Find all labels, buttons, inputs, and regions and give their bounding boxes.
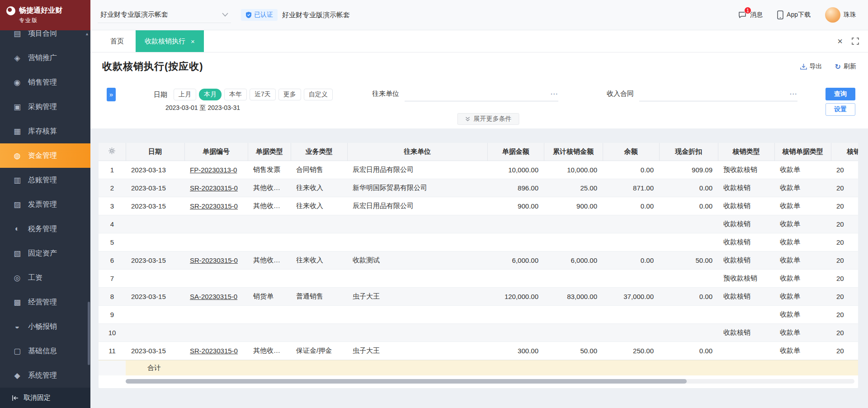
table-row[interactable]: 10收款核销收款单20: [99, 323, 858, 342]
doc-number-link[interactable]: SR-20230315-0: [190, 184, 238, 192]
sidebar-item-marketing[interactable]: ◈营销推广: [0, 46, 90, 70]
sidebar-item-purchase[interactable]: ▣采购管理: [0, 95, 90, 119]
sidebar-scrollbar[interactable]: [88, 302, 90, 365]
export-button[interactable]: 导出: [800, 62, 822, 71]
column-header[interactable]: 日期: [126, 143, 184, 161]
sidebar-item-label: 库存核算: [28, 127, 57, 136]
horizontal-scrollbar[interactable]: [126, 379, 854, 384]
column-header[interactable]: 核销类型: [718, 143, 774, 161]
sidebar-item-invoice[interactable]: ▨发票管理: [0, 192, 90, 217]
doc-number-link[interactable]: SA-20230315-0: [190, 293, 237, 300]
column-header[interactable]: 单据编号: [184, 143, 248, 161]
cell-date: 2023-03-15: [126, 342, 184, 360]
scrollbar-thumb[interactable]: [126, 379, 687, 384]
cell-cash_discount: 0.00: [659, 342, 718, 360]
quick-option[interactable]: 自定义: [304, 89, 333, 100]
income-contract-picker-icon[interactable]: ···: [790, 90, 797, 98]
quick-option[interactable]: 本年: [224, 89, 247, 100]
sidebar-item-fixed-assets[interactable]: ▧固定资产: [0, 241, 90, 266]
doc-number-link[interactable]: FP-20230313-0: [190, 166, 237, 174]
table-row[interactable]: 5收款核销收款单20: [99, 233, 858, 251]
column-header[interactable]: 业务类型: [291, 143, 347, 161]
brand-logo: 畅捷通好业财 专业版: [0, 0, 90, 30]
sidebar-item-label: 营销推广: [28, 53, 57, 63]
cell-doc_no: FP-20230313-0: [184, 161, 248, 179]
table-row[interactable]: 82023-03-15SA-20230315-0销货单普通销售虫子大王120,0…: [99, 287, 858, 305]
sidebar-item-ledger[interactable]: ▥总账管理: [0, 168, 90, 192]
account-select[interactable]: 好业财专业版演示帐套: [98, 7, 231, 23]
cell-writeoff_doc_no: 20: [831, 251, 858, 269]
cell-date: 2023-03-13: [126, 161, 184, 179]
messages-button[interactable]: 1 消息: [738, 10, 763, 19]
table-row[interactable]: 62023-03-15SR-20230315-0其他收入单往来收入收款测试6,0…: [99, 251, 858, 269]
sidebar-item-project-contract[interactable]: ▤项目合同: [0, 30, 90, 46]
row-number: 3: [99, 197, 126, 215]
collapse-filters-button[interactable]: »: [107, 88, 116, 101]
sidebar-item-label: 发票管理: [28, 200, 57, 209]
column-header[interactable]: 单据金额: [487, 143, 544, 161]
doc-number-link[interactable]: SR-20230315-0: [190, 256, 238, 264]
table-row[interactable]: 22023-03-15SR-20230315-0其他收入单往来收入新华明国际贸易…: [99, 179, 858, 197]
settings-button[interactable]: 设置: [826, 103, 855, 116]
sidebar-item-basic-info[interactable]: ▢基础信息: [0, 339, 90, 363]
cell-date: [126, 323, 184, 342]
expand-more-conditions-button[interactable]: 展开更多条件: [458, 113, 519, 125]
filter-panel: » 日期 上月本月本年近7天更多自定义 2023-03-01 至 2023-03…: [90, 81, 868, 128]
table-row[interactable]: 12023-03-13FP-20230313-0销售发票合同销售辰宏日用品有限公…: [99, 161, 858, 179]
quick-option[interactable]: 上月: [174, 89, 196, 100]
table-row[interactable]: 32023-03-15SR-20230315-0其他收入单往来收入辰宏日用品有限…: [99, 197, 858, 215]
sidebar-item-operations[interactable]: ▩经营管理: [0, 290, 90, 314]
income-contract-input[interactable]: ···: [639, 90, 797, 101]
title-bar: 收款核销执行(按应收) 导出 ↻ 刷新: [90, 52, 868, 81]
tab-receipt-writeoff[interactable]: 收款核销执行 ×: [136, 30, 204, 52]
table-row[interactable]: 112023-03-15SR-20230315-0其他收入单保证金/押金虫子大王…: [99, 342, 858, 360]
column-header[interactable]: 核销: [831, 143, 858, 161]
user-menu[interactable]: 珠珠: [825, 7, 856, 23]
column-header[interactable]: 现金折扣: [659, 143, 718, 161]
unpin-button[interactable]: 取消固定: [0, 388, 90, 408]
column-header[interactable]: 累计核销金额: [544, 143, 603, 161]
column-header[interactable]: 单据类型: [248, 143, 291, 161]
doc-number-link[interactable]: SR-20230315-0: [190, 202, 238, 210]
sidebar-item-funds[interactable]: ◍资金管理: [0, 143, 90, 168]
basic-info-icon: ▢: [13, 346, 22, 356]
cell-written_off: 10,000.00: [544, 161, 603, 179]
tab-close-icon[interactable]: ×: [191, 38, 195, 45]
column-header[interactable]: 核销单据类型: [774, 143, 831, 161]
fullscreen-icon[interactable]: [852, 38, 859, 45]
sidebar-scroll-up-icon[interactable]: ▲: [85, 32, 89, 36]
column-header[interactable]: 往来单位: [347, 143, 487, 161]
quick-option[interactable]: 更多: [278, 89, 301, 100]
fixed-assets-icon: ▧: [13, 249, 22, 258]
table-row[interactable]: 4收款核销收款单20: [99, 215, 858, 233]
column-header[interactable]: 余额: [603, 143, 659, 161]
sidebar-item-label: 项目合同: [28, 30, 57, 38]
refresh-button[interactable]: ↻ 刷新: [835, 62, 856, 71]
sidebar-item-expense[interactable]: ◒小畅报销: [0, 314, 90, 339]
cell-writeoff_type: 预收款核销: [718, 161, 774, 179]
table-row[interactable]: 7预收款核销收款单20: [99, 269, 858, 287]
quick-option[interactable]: 本月: [199, 89, 222, 100]
table-row[interactable]: 9收款单20: [99, 305, 858, 323]
doc-number-link[interactable]: SR-20230315-0: [190, 347, 238, 355]
sidebar-item-sales[interactable]: ◉销售管理: [0, 70, 90, 95]
quick-option[interactable]: 近7天: [250, 89, 276, 100]
cell-writeoff_doc_type: 收款单: [774, 233, 831, 251]
sidebar-item-inventory[interactable]: ▦库存核算: [0, 119, 90, 143]
close-icon[interactable]: ×: [837, 37, 843, 46]
partner-picker-icon[interactable]: ···: [551, 90, 558, 98]
cell-writeoff_doc_type: 收款单: [774, 323, 831, 342]
partner-input[interactable]: ···: [405, 90, 558, 101]
sidebar-item-payroll[interactable]: ◎工资: [0, 266, 90, 290]
search-button[interactable]: 查询: [826, 88, 855, 100]
app-download-button[interactable]: App下载: [777, 10, 811, 19]
cell-doc_no: SR-20230315-0: [184, 197, 248, 215]
column-settings-header[interactable]: [99, 143, 126, 161]
total-label: 合计: [147, 361, 161, 375]
row-number: 4: [99, 215, 126, 233]
table-header-row: 日期单据编号单据类型业务类型往来单位单据金额累计核销金额余额现金折扣核销类型核销…: [99, 143, 858, 161]
sidebar-item-system[interactable]: ◆系统管理: [0, 363, 90, 388]
tab-home[interactable]: 首页: [99, 30, 136, 52]
messages-label: 消息: [750, 11, 763, 19]
sidebar-item-tax[interactable]: ◐税务管理: [0, 217, 90, 241]
